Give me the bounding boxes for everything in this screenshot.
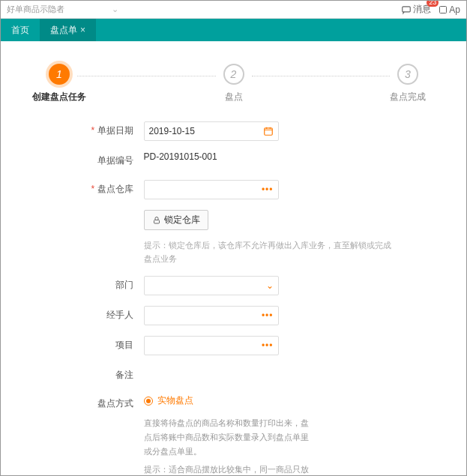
more-icon: •••: [262, 310, 274, 321]
project-label: 项目: [76, 336, 144, 354]
warehouse-label: 盘点仓库: [76, 180, 144, 198]
step-divider: [77, 76, 216, 76]
radio-checked-icon: [144, 397, 153, 406]
step-done: 3 盘点完成: [394, 64, 421, 103]
svg-rect-1: [440, 6, 447, 13]
svg-rect-0: [403, 6, 411, 11]
calendar-icon: [263, 126, 274, 137]
date-input[interactable]: 2019-10-15: [144, 121, 279, 141]
lock-icon: [152, 216, 161, 225]
tab-inventory[interactable]: 盘点单 ×: [40, 19, 96, 41]
tab-home[interactable]: 首页: [1, 19, 40, 41]
svg-rect-3: [154, 220, 159, 223]
chevron-down-icon: ⌄: [266, 280, 274, 291]
message-icon: [401, 4, 412, 15]
step-create: 1 创建盘点任务: [46, 64, 73, 103]
message-button[interactable]: 消息 23: [401, 3, 431, 16]
more-icon: •••: [262, 184, 274, 195]
project-input[interactable]: •••: [144, 336, 279, 355]
svg-rect-2: [264, 128, 272, 135]
step-divider: [252, 76, 391, 76]
message-badge: 23: [427, 0, 439, 7]
app-icon: [439, 5, 448, 14]
dept-label: 部门: [76, 276, 144, 294]
method1-hint: 提示：适合商品摆放比较集中，同一商品只放在一个正位不同货架。适合人员少时盘点，建…: [144, 463, 309, 475]
method-label: 盘点方式: [76, 394, 144, 412]
step-count: 2 盘点: [220, 64, 247, 103]
person-label: 经手人: [76, 306, 144, 324]
close-icon[interactable]: ×: [80, 25, 85, 35]
chevron-down-icon: ⌄: [112, 4, 118, 13]
product-selector[interactable]: 好单商品示隐者 ⌄: [7, 4, 118, 15]
lock-warehouse-button[interactable]: 锁定仓库: [144, 210, 208, 230]
remark-label: 备注: [76, 366, 144, 384]
code-value: PD-20191015-001: [144, 151, 217, 162]
selector-placeholder: 好单商品示隐者: [7, 4, 64, 13]
app-button[interactable]: Ap: [439, 4, 460, 15]
date-label: 单据日期: [76, 121, 144, 139]
warehouse-input[interactable]: •••: [144, 180, 279, 199]
dept-select[interactable]: ⌄: [144, 276, 279, 295]
code-label: 单据编号: [76, 151, 144, 169]
person-input[interactable]: •••: [144, 306, 279, 325]
method1-desc: 直接将待盘点的商品名称和数量打印出来，盘点后将账中商品数和实际数量录入到盘点单里…: [144, 416, 309, 458]
lock-hint: 提示：锁定仓库后，该仓库不允许再做出入库业务，直至解锁或完成盘点业务: [144, 239, 391, 265]
more-icon: •••: [262, 340, 274, 351]
method-physical-radio[interactable]: 实物盘点: [144, 394, 193, 407]
